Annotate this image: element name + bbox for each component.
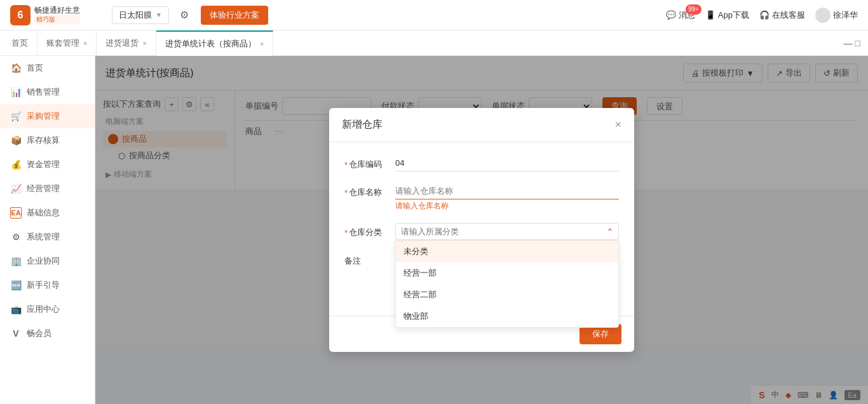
operations-icon: 📈 — [10, 183, 22, 194]
sidebar-item-finance[interactable]: 💰 资金管理 — [0, 152, 95, 177]
dropdown-item-uncategorized[interactable]: 未分类 — [396, 241, 618, 262]
tab-returns-label: 进货退货 — [105, 37, 139, 49]
sidebar-finance-label: 资金管理 — [27, 159, 60, 170]
sidebar-purchase-label: 采购管理 — [27, 111, 60, 122]
member-icon: V — [10, 328, 22, 339]
name-label: * 仓库名称 — [344, 183, 395, 198]
main-layout: 🏠 首页 📊 销售管理 🛒 采购管理 📦 库存核算 💰 资金管理 📈 经营管理 … — [0, 56, 868, 404]
sidebar-member-label: 畅会员 — [27, 328, 51, 339]
dropdown-item-property[interactable]: 物业部 — [396, 306, 618, 327]
basic-icon: EA — [10, 207, 22, 219]
form-row-name: * 仓库名称 请输入仓库名称 — [344, 183, 619, 212]
tab-minimize-button[interactable]: — — [844, 38, 853, 48]
home-icon: 🏠 — [10, 62, 22, 74]
tab-purchase-stats-close[interactable]: × — [260, 40, 264, 48]
sidebar-item-purchase[interactable]: 🛒 采购管理 — [0, 104, 95, 128]
headset-icon: 🎧 — [759, 10, 770, 20]
sidebar-sales-label: 销售管理 — [27, 86, 60, 98]
logo-badge: 精巧版 — [34, 15, 80, 24]
sidebar-item-system[interactable]: ⚙ 系统管理 — [0, 225, 95, 249]
finance-icon: 💰 — [10, 159, 22, 170]
sidebar-item-enterprise[interactable]: 🏢 企业协同 — [0, 249, 95, 273]
system-icon: ⚙ — [10, 231, 22, 243]
sidebar-item-basic[interactable]: EA 基础信息 — [0, 201, 95, 225]
tab-home[interactable]: 首页 — [3, 30, 37, 56]
modal-title: 新增仓库 — [342, 118, 383, 131]
online-service-label: 在线客服 — [772, 10, 805, 21]
mobile-icon: 📱 — [705, 10, 715, 20]
modal-close-button[interactable]: × — [614, 118, 621, 131]
store-arrow: ▼ — [156, 11, 162, 18]
sidebar: 🏠 首页 📊 销售管理 🛒 采购管理 📦 库存核算 💰 资金管理 📈 经营管理 … — [0, 56, 95, 404]
username: 徐泽华 — [833, 10, 858, 21]
tab-purchase-stats[interactable]: 进货单统计表（按商品） × — [156, 30, 273, 56]
tab-bar-controls: — □ — [839, 38, 865, 48]
name-input[interactable] — [395, 183, 619, 199]
category-input[interactable] — [395, 223, 619, 240]
app-download-label: App下载 — [718, 10, 749, 21]
tab-returns[interactable]: 进货退货 × — [97, 30, 156, 56]
online-service-item[interactable]: 🎧 在线客服 — [759, 10, 805, 21]
sidebar-home-label: 首页 — [27, 62, 43, 74]
sidebar-basic-label: 基础信息 — [27, 207, 60, 219]
category-dropdown: 未分类 经营一部 经营二部 物业部 — [395, 240, 619, 328]
enterprise-icon: 🏢 — [10, 255, 22, 267]
tab-purchase-stats-label: 进货单统计表（按商品） — [165, 38, 256, 50]
tab-returns-close[interactable]: × — [142, 39, 146, 47]
inventory-icon: 📦 — [10, 135, 22, 146]
header-right: 💬 消息 99+ 📱 App下载 🎧 在线客服 徐泽华 — [666, 8, 858, 23]
app-download-item[interactable]: 📱 App下载 — [705, 10, 749, 21]
category-arrow-icon[interactable]: ⌃ — [606, 227, 614, 237]
message-item[interactable]: 💬 消息 99+ — [666, 10, 695, 21]
avatar — [815, 8, 831, 23]
name-error-msg: 请输入仓库名称 — [395, 201, 619, 212]
sidebar-enterprise-label: 企业协同 — [27, 255, 60, 267]
sidebar-inventory-label: 库存核算 — [27, 135, 60, 146]
sidebar-newbie-label: 新手引导 — [27, 279, 60, 291]
modal-header: 新增仓库 × — [329, 108, 634, 142]
note-label: 备注 — [344, 252, 395, 267]
sidebar-operations-label: 经营管理 — [27, 183, 60, 194]
category-select-wrap: ⌃ 未分类 经营一部 经营二部 物业部 — [395, 223, 619, 240]
modal: 新增仓库 × * 仓库编码 — [329, 108, 634, 352]
tab-account-label: 账套管理 — [46, 37, 79, 49]
tab-bar: 首页 账套管理 × 进货退货 × 进货单统计表（按商品） × — □ — [0, 30, 868, 56]
category-label: * 仓库分类 — [344, 223, 395, 238]
message-badge: 99+ — [686, 4, 702, 15]
top-header: 6 畅捷通好生意 精巧版 日太阳膜 ▼ ⚙ 体验行业方案 💬 消息 99+ 📱 … — [0, 0, 868, 30]
modal-body: * 仓库编码 * 仓库名称 — [329, 142, 634, 316]
sidebar-item-inventory[interactable]: 📦 库存核算 — [0, 128, 95, 152]
sidebar-item-newbie[interactable]: 🆕 新手引导 — [0, 273, 95, 297]
tab-maximize-button[interactable]: □ — [855, 38, 860, 48]
sales-icon: 📊 — [10, 86, 22, 98]
store-name: 日太阳膜 — [119, 10, 152, 21]
sidebar-item-operations[interactable]: 📈 经营管理 — [0, 177, 95, 201]
sidebar-item-home[interactable]: 🏠 首页 — [0, 56, 95, 80]
sidebar-apps-label: 应用中心 — [27, 304, 60, 315]
gear-button[interactable]: ⚙ — [174, 5, 194, 25]
sidebar-item-apps[interactable]: 📺 应用中心 — [0, 297, 95, 321]
purchase-icon: 🛒 — [10, 111, 22, 122]
dropdown-item-ops2[interactable]: 经营二部 — [396, 284, 618, 306]
try-industry-button[interactable]: 体验行业方案 — [201, 6, 268, 25]
form-row-code: * 仓库编码 — [344, 155, 619, 172]
form-row-category: * 仓库分类 ⌃ 未分类 经营一部 经营二部 — [344, 223, 619, 240]
message-icon: 💬 — [666, 10, 676, 20]
user-item[interactable]: 徐泽华 — [815, 8, 858, 23]
logo-text-main: 畅捷通好生意 — [34, 6, 80, 16]
code-input[interactable] — [395, 155, 619, 172]
modal-overlay: 新增仓库 × * 仓库编码 — [95, 56, 868, 404]
sidebar-system-label: 系统管理 — [27, 231, 60, 243]
apps-icon: 📺 — [10, 304, 22, 315]
tab-account-close[interactable]: × — [83, 39, 87, 47]
newbie-icon: 🆕 — [10, 279, 22, 291]
sidebar-item-member[interactable]: V 畅会员 — [0, 321, 95, 346]
logo-icon: 6 — [10, 5, 31, 25]
logo-area: 6 畅捷通好生意 精巧版 — [10, 5, 105, 25]
sidebar-item-sales[interactable]: 📊 销售管理 — [0, 80, 95, 104]
code-label: * 仓库编码 — [344, 155, 395, 170]
content-area: 进货单统计(按商品) 🖨 按模板打印 ▼ ↗ 导出 ↺ 刷新 — [95, 56, 868, 404]
store-selector[interactable]: 日太阳膜 ▼ — [112, 6, 169, 24]
tab-account[interactable]: 账套管理 × — [37, 30, 97, 56]
dropdown-item-ops1[interactable]: 经营一部 — [396, 262, 618, 284]
